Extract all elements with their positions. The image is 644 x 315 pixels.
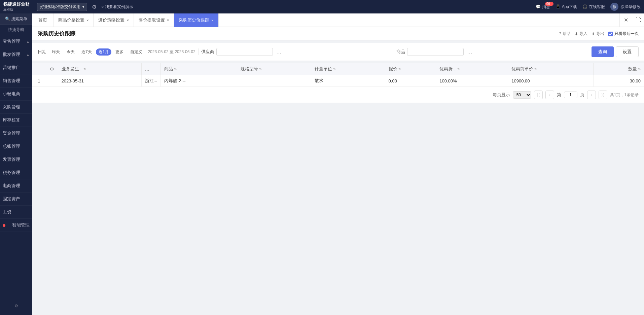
last-page-btn[interactable]: ⟩⟩ [599,91,607,99]
date-shortcut-more[interactable]: 更多 [113,48,126,56]
sidebar-item-inventory[interactable]: 库存核算 [0,114,32,127]
tab-close-btn[interactable]: ✕ [620,13,632,27]
import-btn[interactable]: ⬇ 导入 [575,31,587,37]
th-business-date[interactable]: 业务发生... ⇅ [58,63,141,75]
demo-link[interactable]: ○ 我要看实例演示 [101,4,133,10]
help-label: 帮助 [563,31,571,37]
supplier-input[interactable] [216,48,273,56]
sidebar-item-invoice[interactable]: 发票管理 [0,153,32,166]
expand-icon: ⛶ [636,17,641,23]
tab-price[interactable]: 商品价格设置 × [53,13,94,27]
tab-history-price-label: 采购历史价跟踪 [179,17,209,23]
th-product-label: 商品 [164,66,173,72]
page-input[interactable] [564,92,577,98]
sidebar-item-label: 税务管理 [3,170,20,176]
td-pre-discount-price: 10900.00 [508,75,594,87]
close-icon[interactable]: × [127,18,129,22]
th-quoted-price[interactable]: 报价 ⇅ [385,63,436,75]
close-icon[interactable]: × [86,18,88,22]
th-unit[interactable]: 计量单位 ⇅ [311,63,385,75]
sidebar-item-smart[interactable]: 智能管理 [0,219,32,232]
product-input[interactable] [407,48,464,56]
sidebar-nav[interactable]: 快捷导航 [0,25,32,35]
sidebar-item-label: 智能管理 [12,222,30,228]
date-shortcut-today[interactable]: 今天 [64,48,77,56]
more-icon[interactable]: … [145,66,150,72]
online-service-label: 在线客服 [589,4,605,10]
user-info[interactable]: 徐 徐泽华修改 [610,3,641,11]
th-product[interactable]: 商品 ⇅ [161,63,237,75]
sidebar-item-fixed-assets[interactable]: 固定资产 [0,193,32,206]
version-selector[interactable]: 好业财标准版交付试用 ▾ [37,3,87,11]
sidebar-item-general-ledger[interactable]: 总账管理 [0,140,32,153]
help-icon: ? [559,32,561,36]
sidebar-item-payroll[interactable]: 工资 [0,206,32,219]
th-discount[interactable]: 优惠折... ⇅ [436,63,508,75]
last-page-icon: ⟩⟩ [601,93,605,97]
sidebar-item-label: 电商管理 [3,183,20,189]
sidebar-item-tax[interactable]: 税务管理 [0,166,32,179]
th-gear[interactable]: ⚙ [46,63,58,75]
td-discount: 100.00% [436,75,508,87]
arrow-icon: ▲ [26,53,30,57]
close-icon[interactable]: × [211,18,213,22]
filter-row-1: 日期 昨天 今天 近7天 近1月 更多 自定义 2023-05-02 至 202… [38,46,639,57]
message-icon: 💬 [536,4,541,9]
tab-history-price[interactable]: 采购历史价跟踪 × [174,13,218,27]
sidebar-settings-btn[interactable]: ⚙ [0,300,32,312]
total-info: 共1页，1条记录 [610,92,639,98]
dot-indicator [3,223,7,228]
version-label: 好业财标准版交付试用 [40,4,80,10]
td-spec [237,75,311,87]
date-shortcut-last7[interactable]: 近7天 [79,48,95,56]
settings-icon[interactable]: ⚙ [91,2,98,11]
sidebar-item-ecommerce-small[interactable]: 小畅电商 [0,88,32,101]
tab-sale-strategy[interactable]: 售价提取设置 × [134,13,174,27]
th-spec[interactable]: 规格型号 ⇅ [237,63,311,75]
th-discount-label: 优惠折... [439,66,456,72]
page-size-select[interactable]: 50 100 200 [513,91,531,99]
gear-icon[interactable]: ⚙ [50,66,54,72]
data-table: ⚙ 业务发生... ⇅ … [32,63,644,87]
prev-page-btn[interactable]: ‹ [545,91,554,99]
date-shortcut-custom[interactable]: 自定义 [128,48,145,56]
sidebar-item-marketing[interactable]: 营销推广 [0,61,32,74]
help-btn[interactable]: ? 帮助 [559,31,571,37]
online-service-btn[interactable]: 🎧 在线客服 [582,4,605,10]
sidebar-search-label: 搜索菜单 [11,16,27,21]
tab-expand-btn[interactable]: ⛶ [632,13,644,27]
query-btn[interactable]: 查询 [592,46,614,57]
sort-icon: ⇅ [398,67,401,71]
th-quantity[interactable]: 数量 ⇅ [594,63,644,75]
supplier-more-btn[interactable]: … [275,49,283,55]
sidebar-item-wholesale[interactable]: 批发管理 ▲ [0,48,32,61]
chevron-down-icon: ▾ [82,5,84,9]
filter-actions: 查询 设置 [592,46,639,57]
tab-purchase-strategy[interactable]: 进价策略设置 × [94,13,134,27]
only-last-checkbox[interactable] [608,32,613,36]
import-icon: ⬇ [575,32,578,36]
date-shortcut-last-month[interactable]: 近1月 [96,48,112,56]
close-icon[interactable]: × [167,18,169,22]
sidebar-item-sales[interactable]: 销售管理 [0,74,32,88]
sidebar-item-retail[interactable]: 零售管理 ▲ [0,35,32,48]
next-page-btn[interactable]: › [587,91,596,99]
product-more-btn[interactable]: … [466,49,474,55]
app-download-btn[interactable]: 📱 App下载 [556,4,577,10]
sidebar-item-ecommerce[interactable]: 电商管理 [0,179,32,193]
th-ellipsis[interactable]: … [141,63,161,75]
user-label: 徐泽华修改 [620,4,641,10]
first-page-btn[interactable]: ⟨⟨ [534,91,543,99]
date-shortcut-yesterday[interactable]: 昨天 [49,48,63,56]
export-btn[interactable]: ⬆ 导出 [592,31,604,37]
th-pre-discount-price[interactable]: 优惠前单价 ⇅ [508,63,594,75]
app-download-icon: 📱 [556,4,561,9]
sidebar-search[interactable]: 🔍 搜索菜单 [0,13,32,25]
main-layout: 🔍 搜索菜单 快捷导航 零售管理 ▲ 批发管理 ▲ 营销推广 销售管理 小畅电商… [0,13,644,315]
settings-btn[interactable]: 设置 [616,46,639,57]
tab-home[interactable]: 首页 [32,13,53,27]
message-btn[interactable]: 💬 消息 99+ [536,4,550,10]
sidebar-item-finance[interactable]: 资金管理 [0,127,32,140]
sidebar-item-purchase[interactable]: 采购管理 [0,101,32,114]
sort-icon: ⇅ [174,67,177,71]
